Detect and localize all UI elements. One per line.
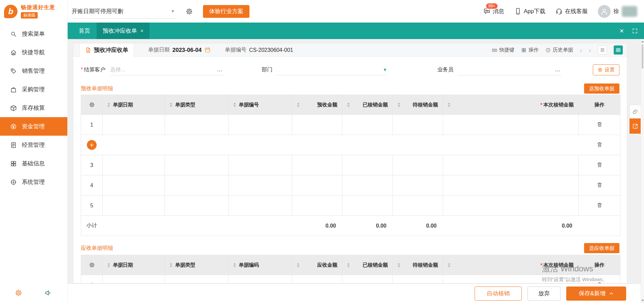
sidebar-item-quick-nav[interactable]: 快捷导航 [0,43,67,62]
table-cell[interactable] [165,175,229,196]
table-cell[interactable] [292,196,342,216]
close-tab-icon[interactable]: × [140,28,143,34]
shortcut-keys-button[interactable]: 快捷键 [492,47,514,53]
delete-row-icon[interactable] [597,121,603,127]
table-cell[interactable] [103,196,165,216]
save-and-new-button[interactable]: 保存&新增 [566,287,626,301]
table-cell[interactable] [103,175,165,196]
sidebar-item-system[interactable]: 系统管理 [0,173,67,191]
sidebar-item-business[interactable]: 经营管理 [0,136,67,154]
salesman-input[interactable] [457,64,554,75]
field-settings-button[interactable]: 设置 [593,64,619,75]
table-cell[interactable] [443,275,579,284]
table-cell[interactable] [292,115,342,135]
table-cell[interactable] [393,155,443,175]
table-cell[interactable] [292,275,342,284]
user-menu[interactable]: 徐 [598,5,637,18]
select-receivable-docs-button[interactable]: 选应收单据 [584,243,619,253]
table-cell[interactable] [342,275,393,284]
sort-icon[interactable] [347,263,350,267]
table-cell[interactable] [292,175,342,196]
sidebar-item-basic-info[interactable]: 基础信息 [0,154,67,173]
history-documents-button[interactable]: 历史单据 [545,47,573,53]
table-cell[interactable] [443,175,579,196]
table-cell[interactable] [229,175,292,196]
scrollbar-thumb[interactable] [642,44,643,69]
sidebar-item-sales[interactable]: 销售管理 [0,62,67,80]
online-service-button[interactable]: 在线客服 [555,7,588,15]
delete-row-icon[interactable] [597,141,603,147]
sort-icon[interactable] [398,263,400,267]
sort-icon[interactable] [233,263,236,267]
close-all-icon[interactable]: × [619,27,624,35]
prev-document-icon[interactable]: ‹ [580,46,582,54]
column-settings-icon[interactable] [81,95,103,115]
table-cell[interactable] [443,196,579,216]
table-cell[interactable] [103,115,165,135]
discard-button[interactable]: 放弃 [528,287,561,301]
table-cell[interactable] [443,135,579,155]
auto-writeoff-button[interactable]: 自动核销 [475,287,522,301]
delete-row-icon[interactable] [597,202,603,208]
table-cell[interactable] [292,155,342,175]
fullscreen-icon[interactable] [632,28,638,34]
table-cell[interactable] [342,175,393,196]
sort-icon[interactable] [107,263,110,267]
sort-icon[interactable] [233,103,236,107]
app-download-button[interactable]: App下载 [514,7,545,15]
table-cell[interactable] [393,275,443,284]
settings-gear-icon[interactable] [15,289,22,297]
table-cell[interactable] [229,115,292,135]
table-cell[interactable] [165,135,229,155]
operations-button[interactable]: 操作 [521,47,539,53]
messages-button[interactable]: 99+ 消息 [483,7,504,15]
calendar-icon[interactable] [204,47,211,53]
sort-icon[interactable] [297,103,300,107]
delete-row-icon[interactable] [597,162,603,168]
attachment-link-icon[interactable] [630,105,641,119]
table-cell[interactable] [229,155,292,175]
select-prepay-docs-button[interactable]: 选预收单据 [584,83,619,94]
topbar-gear-icon[interactable] [185,8,193,15]
sidebar-item-inventory[interactable]: 库存核算 [0,99,67,117]
delete-row-icon[interactable] [597,182,603,188]
next-document-icon[interactable]: › [589,46,591,54]
sort-icon[interactable] [448,103,450,107]
sort-icon[interactable] [297,263,300,267]
grid-view-button[interactable] [614,45,623,55]
table-cell[interactable] [393,115,443,135]
department-input[interactable] [276,64,382,75]
table-cell[interactable] [229,275,292,284]
sidebar-item-search-menu[interactable]: 搜索菜单 [0,25,67,43]
table-cell[interactable] [103,155,165,175]
table-cell[interactable] [165,115,229,135]
add-row-button[interactable]: + [87,140,97,150]
document-title-tab[interactable]: 预收冲应收单 [79,43,134,57]
sort-icon[interactable] [170,103,172,107]
table-cell[interactable] [342,196,393,216]
table-cell[interactable] [103,135,165,155]
table-cell[interactable] [292,135,342,155]
sort-icon[interactable] [347,103,350,107]
date-value[interactable]: 2023-06-04 [172,47,202,54]
table-cell[interactable] [443,115,579,135]
salesman-picker-icon[interactable]: ... [554,67,562,73]
sort-icon[interactable] [107,103,110,107]
column-settings-icon[interactable] [81,255,103,275]
speaker-icon[interactable] [44,289,52,297]
table-cell[interactable] [342,135,393,155]
table-cell[interactable] [165,196,229,216]
table-cell[interactable] [342,155,393,175]
tab-home[interactable]: 首页 [72,23,97,39]
table-cell[interactable] [103,275,165,284]
account-period-dropdown[interactable]: 开账日期可停用可删 ▾ [72,4,177,19]
scrollbar[interactable] [641,39,644,303]
table-cell[interactable] [443,155,579,175]
table-cell[interactable] [342,115,393,135]
scroll-up-icon[interactable] [641,41,644,42]
trial-plan-button[interactable]: 体验行业方案 [203,5,249,18]
expand-panel-icon[interactable] [630,119,641,134]
delete-row-icon[interactable] [597,281,603,284]
customer-picker-icon[interactable]: ... [216,67,224,73]
table-cell[interactable] [165,155,229,175]
